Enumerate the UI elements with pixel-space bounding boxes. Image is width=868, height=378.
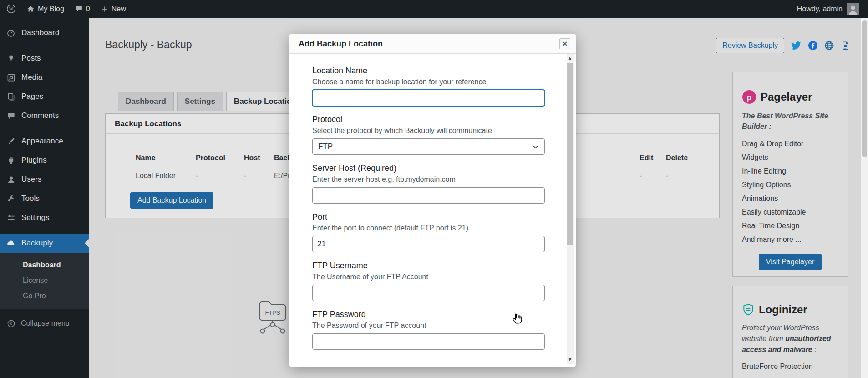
ftp-password-input[interactable] — [312, 333, 545, 350]
modal-title: Add Backup Location — [299, 39, 559, 49]
field-description: Select the protocol by which Backuply wi… — [312, 127, 545, 135]
field-protocol: Protocol Select the protocol by which Ba… — [312, 115, 545, 155]
field-port: Port Enter the port to connect (default … — [312, 212, 545, 252]
modal-body: Location Name Choose a name for backup l… — [289, 54, 562, 367]
protocol-select[interactable]: FTP — [312, 138, 545, 155]
page-scrollbar[interactable] — [861, 18, 868, 378]
scroll-up-arrow-icon[interactable] — [568, 57, 572, 60]
modal-scrollbar-thumb[interactable] — [567, 63, 573, 245]
close-icon[interactable]: ✕ — [559, 38, 570, 49]
field-ftp-password: FTP Password The Password of your FTP ac… — [312, 310, 545, 350]
field-label: Location Name — [312, 66, 545, 76]
field-label: Port — [312, 212, 545, 222]
server-host-input[interactable] — [312, 187, 545, 204]
field-description: The Password of your FTP account — [312, 322, 545, 330]
field-server-host: Server Host (Required) Enter the server … — [312, 163, 545, 204]
location-name-input[interactable] — [312, 90, 545, 106]
chevron-down-icon — [532, 143, 539, 150]
field-label: Server Host (Required) — [312, 163, 545, 173]
field-location-name: Location Name Choose a name for backup l… — [312, 66, 545, 106]
field-ftp-username: FTP Username The Username of your FTP Ac… — [312, 261, 545, 301]
field-description: Enter the server host e.g. ftp.mydomain.… — [312, 175, 545, 184]
ftp-username-input[interactable] — [312, 285, 545, 301]
port-input[interactable] — [312, 236, 545, 252]
field-description: The Username of your FTP Account — [312, 273, 545, 281]
page-scrollbar-thumb[interactable] — [862, 20, 867, 157]
field-description: Choose a name for backup location for yo… — [312, 78, 545, 86]
protocol-select-value: FTP — [318, 142, 333, 151]
field-label: FTP Username — [312, 261, 545, 271]
modal-scrollbar[interactable] — [567, 54, 574, 364]
field-description: Enter the port to connect (default FTP p… — [312, 224, 545, 232]
modal-header: Add Backup Location ✕ — [289, 34, 576, 54]
field-label: Protocol — [312, 115, 545, 124]
scroll-down-arrow-icon[interactable] — [568, 358, 572, 361]
add-backup-location-modal: Add Backup Location ✕ Location Name Choo… — [289, 34, 576, 367]
field-label: FTP Password — [312, 310, 545, 319]
